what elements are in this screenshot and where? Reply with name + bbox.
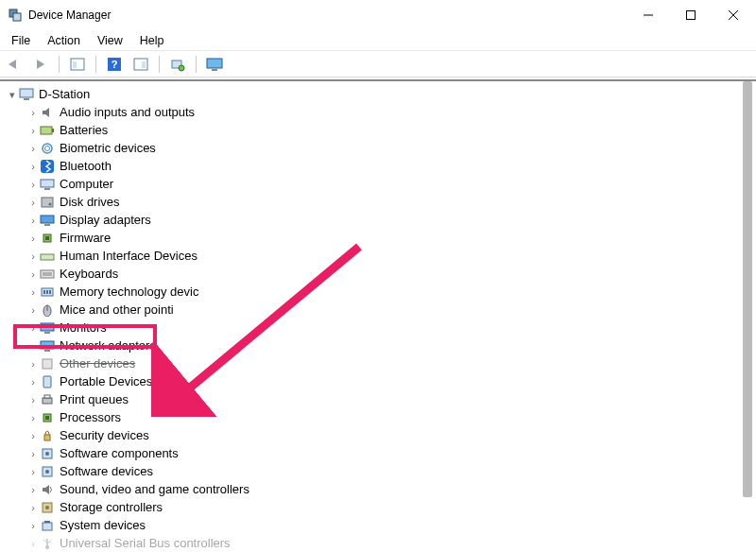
show-hidden-pane-icon[interactable] [67, 54, 88, 75]
svg-rect-49 [43, 376, 51, 388]
tree-category-label: Bluetooth [60, 158, 112, 175]
chevron-right-icon[interactable]: › [26, 391, 40, 408]
properties-pane-icon[interactable] [130, 54, 151, 75]
network-icon [40, 338, 55, 354]
device-tree[interactable]: ▾ D-Station ›Audio inputs and outputs›Ba… [0, 81, 756, 552]
menu-action[interactable]: Action [40, 32, 88, 49]
display-icon [40, 213, 55, 228]
chevron-down-icon[interactable]: ▾ [6, 86, 19, 103]
printer-icon [40, 392, 55, 407]
tree-category[interactable]: ›System devices [23, 516, 756, 534]
tree-category[interactable]: ›Computer [23, 175, 756, 193]
tree-category[interactable]: ›Firmware [23, 229, 756, 247]
chevron-right-icon[interactable]: › [26, 445, 40, 462]
svg-point-61 [45, 506, 49, 509]
chevron-right-icon[interactable]: › [26, 158, 40, 175]
tree-category[interactable]: ›Sound, video and game controllers [23, 480, 756, 498]
tree-category[interactable]: ›Disk drives [23, 193, 756, 211]
menu-help[interactable]: Help [132, 32, 172, 49]
maximize-button[interactable] [669, 2, 712, 28]
chevron-right-icon[interactable]: › [26, 373, 40, 390]
chevron-right-icon[interactable]: › [26, 284, 40, 301]
tree-category[interactable]: ›Audio inputs and outputs [23, 103, 756, 121]
forward-icon[interactable] [30, 54, 51, 75]
software-icon [40, 464, 55, 479]
chevron-right-icon[interactable]: › [26, 319, 40, 336]
chevron-right-icon[interactable]: › [26, 266, 40, 283]
back-icon[interactable] [4, 54, 25, 75]
chevron-right-icon[interactable]: › [26, 122, 40, 139]
chevron-right-icon[interactable]: › [26, 230, 40, 247]
chevron-right-icon[interactable]: › [26, 337, 40, 354]
tree-category[interactable]: ›Monitors [23, 319, 756, 336]
other-icon [40, 356, 55, 371]
vertical-scrollbar[interactable] [743, 81, 752, 535]
tree-category[interactable]: ›Other devices [23, 354, 756, 372]
tree-category[interactable]: ›Software components [23, 444, 756, 462]
scrollbar-thumb[interactable] [743, 81, 752, 497]
svg-rect-9 [73, 61, 77, 68]
svg-rect-31 [44, 224, 50, 226]
tree-category[interactable]: ›Keyboards [23, 265, 756, 283]
chevron-right-icon[interactable]: › [26, 248, 40, 265]
tree-category[interactable]: ›Software devices [23, 462, 756, 480]
chevron-right-icon[interactable]: › [26, 302, 40, 319]
svg-rect-51 [44, 395, 50, 398]
svg-rect-1 [13, 13, 21, 21]
battery-icon [40, 123, 55, 138]
keyboard-icon [40, 267, 55, 282]
svg-rect-54 [44, 435, 50, 440]
tree-category-label: Software devices [60, 463, 153, 480]
chevron-right-icon[interactable]: › [26, 481, 40, 498]
svg-rect-40 [46, 290, 48, 294]
tree-category-label: Monitors [60, 319, 107, 336]
tree-category[interactable]: ›Security devices [23, 426, 756, 444]
tree-category-label: Storage controllers [60, 499, 163, 516]
minimize-button[interactable] [627, 2, 669, 28]
tree-category[interactable]: ›Mice and other pointi [23, 301, 756, 319]
svg-rect-47 [44, 350, 50, 352]
tree-category-label: Memory technology devic [60, 284, 198, 301]
tree-category[interactable]: ›Biometric devices [23, 139, 756, 157]
scan-hardware-icon[interactable] [167, 54, 188, 75]
monitor-icon[interactable] [204, 54, 225, 75]
chevron-right-icon[interactable]: › [26, 463, 40, 480]
chevron-right-icon[interactable]: › [26, 194, 40, 211]
tree-category[interactable]: ›Storage controllers [23, 498, 756, 516]
cpu-icon [40, 410, 55, 425]
svg-rect-18 [20, 89, 33, 97]
tree-category[interactable]: ›Print queues [23, 390, 756, 408]
tree-category[interactable]: ›Display adapters [23, 211, 756, 229]
computer-icon [40, 177, 55, 192]
chevron-right-icon[interactable]: › [26, 104, 40, 121]
svg-rect-19 [24, 98, 29, 100]
chevron-right-icon[interactable]: › [26, 499, 40, 516]
chevron-right-icon[interactable]: › [26, 535, 40, 552]
menu-file[interactable]: File [4, 32, 38, 49]
menu-view[interactable]: View [90, 32, 130, 49]
tree-category-label: Processors [60, 409, 121, 426]
chevron-right-icon[interactable]: › [26, 409, 40, 426]
tree-category[interactable]: ›Human Interface Devices [23, 247, 756, 265]
chevron-right-icon[interactable]: › [26, 140, 40, 157]
help-icon[interactable]: ? [104, 54, 125, 75]
chevron-right-icon[interactable]: › [26, 427, 40, 444]
tree-category[interactable]: ›Network adapters [23, 336, 756, 354]
tree-category[interactable]: ›Bluetooth [23, 157, 756, 175]
chevron-right-icon[interactable]: › [26, 355, 40, 372]
software-icon [40, 446, 55, 461]
tree-category[interactable]: ›Processors [23, 408, 756, 426]
tree-category-label: Software components [60, 445, 179, 462]
tree-category[interactable]: ›Memory technology devic [23, 283, 756, 301]
svg-point-58 [45, 470, 49, 474]
chevron-right-icon[interactable]: › [26, 212, 40, 229]
tree-category[interactable]: ›Portable Devices [23, 372, 756, 390]
close-button[interactable] [712, 2, 754, 28]
chevron-right-icon[interactable]: › [26, 176, 40, 193]
chevron-right-icon[interactable]: › [26, 517, 40, 534]
tree-root[interactable]: ▾ D-Station [6, 85, 756, 103]
tree-category[interactable]: ›Batteries [23, 121, 756, 139]
svg-rect-22 [52, 129, 54, 132]
tree-category[interactable]: ›Universal Serial Bus controllers [23, 534, 756, 552]
svg-marker-7 [37, 60, 44, 69]
